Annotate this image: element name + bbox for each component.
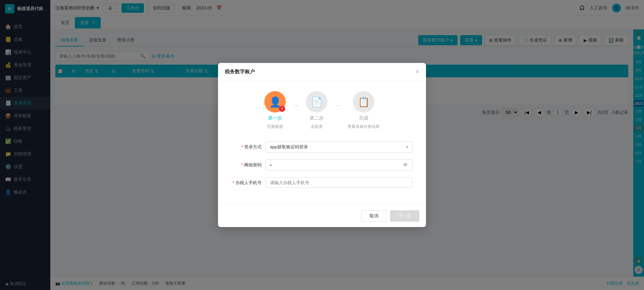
step2-label: 第二步 <box>310 115 324 121</box>
step3-icon: 📋 <box>358 96 370 107</box>
login-method-value: app获取验证码登录 <box>270 144 308 150</box>
tax-digital-modal: 税务数字账户 × 👤 ! 第一步 完善账密 → <box>218 63 426 227</box>
step3-desc: 查看具体任务结果 <box>347 124 380 130</box>
cancel-button[interactable]: 取消 <box>361 210 387 222</box>
phone-control <box>266 177 413 188</box>
step3-icon-wrap: 📋 <box>353 91 374 113</box>
password-input-wrap: 👁 <box>266 159 413 171</box>
login-method-select[interactable]: app获取验证码登录 ▾ <box>266 141 413 153</box>
modal-header: 税务数字账户 × <box>218 63 426 81</box>
login-method-required: * <box>241 144 243 149</box>
phone-required: * <box>232 180 234 185</box>
next-button[interactable]: 下一步 <box>390 210 419 222</box>
step-1: 👤 ! 第一步 完善账密 <box>264 91 286 130</box>
step-3: 📋 完成 查看具体任务结果 <box>347 91 380 130</box>
step-arrow-2: → <box>334 101 341 109</box>
login-method-label: * 登录方式 <box>231 144 262 150</box>
modal-title: 税务数字账户 <box>225 69 255 75</box>
step1-label: 第一步 <box>268 115 282 121</box>
step3-label: 完成 <box>359 115 368 121</box>
step2-icon: 📄 <box>311 96 323 107</box>
phone-label: * 办税人手机号 <box>231 180 262 186</box>
login-method-control: app获取验证码登录 ▾ <box>266 141 413 153</box>
modal-close-button[interactable]: × <box>416 68 419 75</box>
login-method-row: * 登录方式 app获取验证码登录 ▾ <box>231 141 413 153</box>
phone-input[interactable] <box>266 177 413 188</box>
step1-icon-wrap: 👤 ! <box>264 91 286 113</box>
modal-body: 👤 ! 第一步 完善账密 → 📄 第二步 去取票 → <box>218 81 426 205</box>
modal-overlay[interactable]: 税务数字账户 × 👤 ! 第一步 完善账密 → <box>0 0 644 290</box>
step2-desc: 去取票 <box>311 124 323 130</box>
select-arrow-icon: ▾ <box>406 145 408 149</box>
step-arrow-1: → <box>292 101 299 109</box>
password-input[interactable] <box>270 163 403 168</box>
modal-footer: 取消 下一步 <box>218 205 426 227</box>
step2-icon-wrap: 📄 <box>306 91 327 113</box>
step1-desc: 完善账密 <box>267 124 283 130</box>
step1-badge: ! <box>279 106 285 112</box>
eye-icon[interactable]: 👁 <box>403 162 408 168</box>
password-label: * 网报密码 <box>231 162 262 168</box>
step-2: 📄 第二步 去取票 <box>306 91 327 130</box>
password-control: 👁 <box>266 159 413 171</box>
password-required: * <box>241 162 243 167</box>
step1-icon: 👤 <box>269 96 281 108</box>
steps-indicator: 👤 ! 第一步 完善账密 → 📄 第二步 去取票 → <box>231 91 413 130</box>
phone-row: * 办税人手机号 <box>231 177 413 188</box>
password-row: * 网报密码 👁 <box>231 159 413 171</box>
